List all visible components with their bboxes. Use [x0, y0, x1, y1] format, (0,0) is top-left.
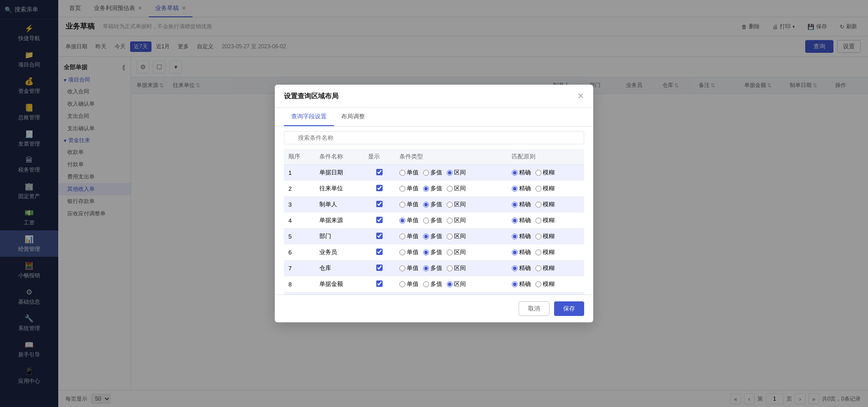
- show-checkbox-8[interactable]: [376, 280, 383, 287]
- match-radio-精确-8[interactable]: 精确: [512, 280, 531, 288]
- match-radio-模糊-1[interactable]: 模糊: [535, 168, 555, 177]
- row-show-8: [363, 276, 394, 292]
- show-checkbox-1[interactable]: [376, 169, 383, 175]
- cancel-button[interactable]: 取消: [519, 301, 550, 316]
- row-type-3: 单值多值区间: [395, 197, 507, 213]
- match-radio-精确-3[interactable]: 精确: [512, 200, 531, 209]
- type-radio-区间-1[interactable]: 区间: [447, 168, 466, 177]
- modal-tab-fields[interactable]: 查询字段设置: [284, 108, 334, 126]
- type-radio-多值-8[interactable]: 多值: [423, 280, 442, 288]
- match-radio-模糊-4[interactable]: 模糊: [535, 216, 555, 224]
- type-radio-区间-6[interactable]: 区间: [447, 248, 466, 256]
- match-radio-精确-5[interactable]: 精确: [512, 232, 531, 240]
- show-checkbox-7[interactable]: [376, 265, 383, 271]
- type-radio-多值-1[interactable]: 多值: [423, 168, 442, 177]
- row-show-4: [363, 213, 394, 229]
- modal-tab-layout[interactable]: 布局调整: [334, 108, 372, 126]
- modal-tabs: 查询字段设置 布局调整: [275, 108, 593, 127]
- row-order-6: 6: [284, 244, 315, 260]
- type-radio-单值-3[interactable]: 单值: [399, 200, 419, 209]
- modal-save-button[interactable]: 保存: [554, 301, 584, 316]
- type-radio-多值-3[interactable]: 多值: [423, 200, 442, 209]
- show-checkbox-3[interactable]: [376, 201, 383, 207]
- show-checkbox-4[interactable]: [376, 217, 383, 223]
- row-name-4: 单据来源: [315, 213, 363, 229]
- row-show-6: [363, 244, 394, 260]
- match-radio-精确-7[interactable]: 精确: [512, 264, 531, 272]
- table-row: 3制单人单值多值区间精确模糊: [284, 197, 584, 213]
- modal-close-button[interactable]: ✕: [577, 91, 584, 101]
- type-radio-多值-6[interactable]: 多值: [423, 248, 442, 256]
- type-radio-单值-8[interactable]: 单值: [399, 280, 419, 288]
- row-type-1: 单值多值区间: [395, 165, 507, 181]
- type-radio-单值-7[interactable]: 单值: [399, 264, 419, 272]
- row-name-7: 仓库: [315, 260, 363, 276]
- type-radio-区间-3[interactable]: 区间: [447, 200, 466, 209]
- type-radio-区间-4[interactable]: 区间: [447, 216, 466, 224]
- type-radio-多值-7[interactable]: 多值: [423, 264, 442, 272]
- type-radio-单值-1[interactable]: 单值: [399, 168, 419, 177]
- table-row: 8单据金额单值多值区间精确模糊: [284, 276, 584, 292]
- match-radio-精确-2[interactable]: 精确: [512, 184, 531, 193]
- row-type-5: 单值多值区间: [395, 229, 507, 244]
- table-row: 7仓库单值多值区间精确模糊: [284, 260, 584, 276]
- match-radio-精确-6[interactable]: 精确: [512, 248, 531, 256]
- row-name-6: 业务员: [315, 244, 363, 260]
- match-radio-精确-1[interactable]: 精确: [512, 168, 531, 177]
- type-radio-区间-5[interactable]: 区间: [447, 232, 466, 240]
- th-condition-type: 条件类型: [395, 149, 507, 165]
- type-radio-单值-4[interactable]: 单值: [399, 216, 419, 224]
- match-radio-模糊-5[interactable]: 模糊: [535, 232, 555, 240]
- modal-dialog: 设置查询区域布局 ✕ 查询字段设置 布局调整 🔍 顺序 条件名称: [275, 85, 593, 322]
- modal-search-input[interactable]: [284, 131, 584, 144]
- modal-header: 设置查询区域布局 ✕: [275, 85, 593, 108]
- modal-title: 设置查询区域布局: [284, 92, 338, 101]
- type-radio-多值-2[interactable]: 多值: [423, 184, 442, 193]
- row-match-5: 精确模糊: [507, 229, 584, 244]
- type-radio-区间-2[interactable]: 区间: [447, 184, 466, 193]
- row-match-2: 精确模糊: [507, 181, 584, 197]
- row-match-4: 精确模糊: [507, 213, 584, 229]
- table-row: 2往来单位单值多值区间精确模糊: [284, 181, 584, 197]
- row-order-4: 4: [284, 213, 315, 229]
- row-show-1: [363, 165, 394, 181]
- row-order-8: 8: [284, 276, 315, 292]
- row-name-2: 往来单位: [315, 181, 363, 197]
- type-radio-区间-8[interactable]: 区间: [447, 280, 466, 288]
- row-type-8: 单值多值区间: [395, 276, 507, 292]
- modal-body: 查询字段设置 布局调整 🔍 顺序 条件名称 显示 条件类型: [275, 108, 593, 295]
- match-radio-精确-4[interactable]: 精确: [512, 216, 531, 224]
- modal-overlay: 设置查询区域布局 ✕ 查询字段设置 布局调整 🔍 顺序 条件名称: [0, 0, 868, 407]
- type-radio-单值-5[interactable]: 单值: [399, 232, 419, 240]
- type-radio-多值-5[interactable]: 多值: [423, 232, 442, 240]
- row-name-1: 单据日期: [315, 165, 363, 181]
- row-type-4: 单值多值区间: [395, 213, 507, 229]
- match-radio-模糊-8[interactable]: 模糊: [535, 280, 555, 288]
- modal-search-area: 🔍: [275, 127, 593, 149]
- match-radio-模糊-3[interactable]: 模糊: [535, 200, 555, 209]
- modal-footer: 取消 保存: [275, 295, 593, 322]
- table-row: 4单据来源单值多值区间精确模糊: [284, 213, 584, 229]
- row-show-3: [363, 197, 394, 213]
- table-row: 6业务员单值多值区间精确模糊: [284, 244, 584, 260]
- match-radio-模糊-2[interactable]: 模糊: [535, 184, 555, 193]
- show-checkbox-5[interactable]: [376, 233, 383, 239]
- type-radio-区间-7[interactable]: 区间: [447, 264, 466, 272]
- type-radio-单值-6[interactable]: 单值: [399, 248, 419, 256]
- row-order-1: 1: [284, 165, 315, 181]
- row-name-3: 制单人: [315, 197, 363, 213]
- row-order-3: 3: [284, 197, 315, 213]
- th-order: 顺序: [284, 149, 315, 165]
- row-order-7: 7: [284, 260, 315, 276]
- type-radio-多值-4[interactable]: 多值: [423, 216, 442, 224]
- row-show-7: [363, 260, 394, 276]
- modal-table-wrap: 顺序 条件名称 显示 条件类型 匹配原则 1单据日期单值多值区间精确模糊2往来单…: [275, 149, 593, 295]
- show-checkbox-6[interactable]: [376, 249, 383, 255]
- row-order-5: 5: [284, 229, 315, 244]
- type-radio-单值-2[interactable]: 单值: [399, 184, 419, 193]
- match-radio-模糊-7[interactable]: 模糊: [535, 264, 555, 272]
- th-show: 显示: [363, 149, 394, 165]
- show-checkbox-2[interactable]: [376, 185, 383, 191]
- match-radio-模糊-6[interactable]: 模糊: [535, 248, 555, 256]
- row-match-8: 精确模糊: [507, 276, 584, 292]
